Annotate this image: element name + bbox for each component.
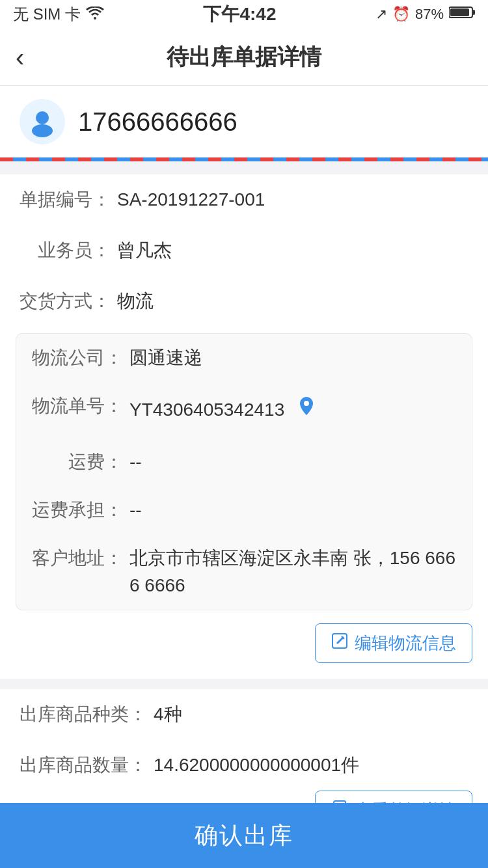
edit-logistics-button[interactable]: 编辑物流信息 bbox=[315, 623, 472, 663]
status-right: ↗ ⏰ 87% bbox=[375, 6, 475, 23]
salesperson-label: 业务员： bbox=[20, 237, 111, 264]
section-divider-1 bbox=[0, 679, 488, 689]
goods-quantity-label: 出库商品数量： bbox=[20, 752, 147, 779]
map-pin-icon[interactable] bbox=[295, 392, 318, 427]
goods-quantity-value: 14.6200000000000001件 bbox=[154, 752, 468, 779]
alarm-icon: ⏰ bbox=[392, 6, 410, 23]
logistics-company-value: 圆通速递 bbox=[129, 344, 456, 372]
goods-types-value: 4种 bbox=[154, 701, 468, 728]
tracking-number: YT4306405342413 bbox=[129, 396, 284, 424]
carrier-label: 无 SIM 卡 bbox=[13, 4, 81, 25]
logistics-tracking-row: 物流单号： YT4306405342413 bbox=[16, 382, 472, 438]
salesperson-row: 业务员： 曾凡杰 bbox=[0, 225, 488, 276]
wifi-icon bbox=[86, 5, 104, 23]
logistics-company-label: 物流公司： bbox=[32, 344, 123, 372]
order-no-value: SA-20191227-001 bbox=[117, 186, 468, 213]
logistics-card: 物流公司： 圆通速递 物流单号： YT4306405342413 bbox=[16, 333, 472, 610]
order-no-label: 单据编号： bbox=[20, 186, 111, 213]
address-value: 北京市市辖区海淀区永丰南 张，156 6666 6666 bbox=[129, 545, 456, 599]
svg-point-6 bbox=[304, 401, 309, 406]
freight-label: 运费： bbox=[32, 448, 123, 476]
back-button[interactable]: ‹ bbox=[16, 42, 24, 72]
customer-phone: 17666666666 bbox=[78, 107, 237, 137]
dashed-divider bbox=[0, 157, 488, 161]
battery-label: 87% bbox=[415, 6, 444, 23]
page-title: 待出库单据详情 bbox=[167, 42, 321, 72]
status-left: 无 SIM 卡 bbox=[13, 4, 104, 25]
order-info-section: 单据编号： SA-20191227-001 业务员： 曾凡杰 交货方式： 物流 … bbox=[0, 174, 488, 679]
edit-btn-row: 编辑物流信息 bbox=[0, 623, 488, 679]
address-label: 客户地址： bbox=[32, 545, 123, 572]
status-bar: 无 SIM 卡 下午4:42 ↗ ⏰ 87% bbox=[0, 0, 488, 29]
goods-types-row: 出库商品种类： 4种 bbox=[0, 689, 488, 740]
delivery-label: 交货方式： bbox=[20, 288, 111, 315]
logistics-company-row: 物流公司： 圆通速递 bbox=[16, 334, 472, 382]
address-row: 客户地址： 北京市市辖区海淀区永丰南 张，156 6666 6666 bbox=[16, 534, 472, 610]
salesperson-value: 曾凡杰 bbox=[117, 237, 468, 264]
logistics-tracking-label: 物流单号： bbox=[32, 392, 123, 420]
edit-icon bbox=[331, 632, 348, 654]
svg-point-3 bbox=[36, 111, 49, 124]
freight-bear-label: 运费承担： bbox=[32, 496, 123, 524]
freight-row: 运费： -- bbox=[16, 438, 472, 486]
svg-rect-1 bbox=[472, 10, 475, 15]
battery-icon bbox=[449, 6, 475, 23]
confirm-btn-bar[interactable]: 确认出库 bbox=[0, 803, 488, 868]
nav-bar: ‹ 待出库单据详情 bbox=[0, 29, 488, 86]
delivery-value: 物流 bbox=[117, 288, 468, 315]
goods-quantity-row: 出库商品数量： 14.6200000000000001件 bbox=[0, 740, 488, 791]
customer-card: 17666666666 bbox=[0, 86, 488, 157]
freight-bear-value: -- bbox=[129, 496, 456, 524]
confirm-btn-label: 确认出库 bbox=[195, 820, 293, 852]
delivery-row: 交货方式： 物流 bbox=[0, 276, 488, 327]
edit-logistics-label: 编辑物流信息 bbox=[355, 632, 456, 655]
status-time: 下午4:42 bbox=[203, 2, 276, 27]
location-icon: ↗ bbox=[375, 6, 387, 23]
freight-bear-row: 运费承担： -- bbox=[16, 486, 472, 534]
goods-types-label: 出库商品种类： bbox=[20, 701, 147, 728]
customer-avatar bbox=[20, 99, 65, 144]
svg-rect-2 bbox=[450, 8, 469, 16]
logistics-tracking-value: YT4306405342413 bbox=[129, 392, 456, 427]
svg-point-4 bbox=[32, 124, 53, 137]
freight-value: -- bbox=[129, 448, 456, 476]
order-no-row: 单据编号： SA-20191227-001 bbox=[0, 174, 488, 225]
